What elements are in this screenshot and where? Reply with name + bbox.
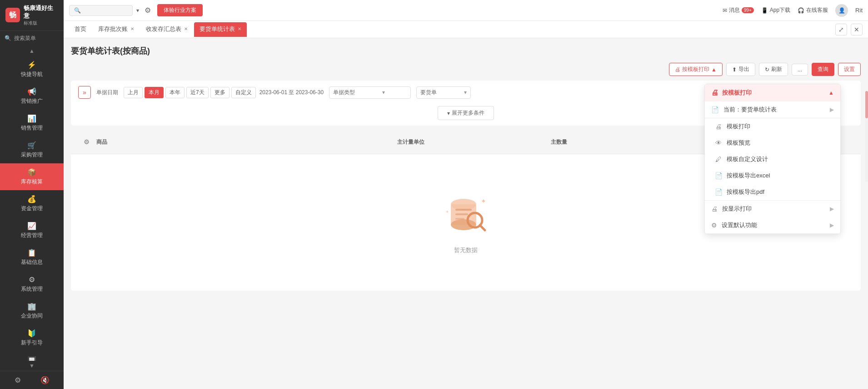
finance-icon: 💰: [27, 195, 36, 203]
tab-receipt-summary-close[interactable]: ✕: [184, 26, 188, 31]
filter-expand-btn[interactable]: »: [78, 86, 91, 99]
sidebar-item-enterprise[interactable]: 🏢 企业协同: [0, 298, 64, 324]
topbar-search-box[interactable]: 🔍: [69, 5, 133, 16]
display-print-icon: 🖨: [711, 205, 718, 212]
scroll-up-btn[interactable]: ▲: [0, 46, 64, 56]
svg-rect-5: [455, 218, 464, 220]
dropdown-header[interactable]: 🖨 按模板打印 ▲: [705, 84, 840, 101]
tab-batch-account[interactable]: 库存批次账 ✕: [93, 22, 140, 37]
tab-home[interactable]: 首页: [69, 22, 92, 37]
app-download-icon: 📱: [761, 7, 768, 14]
order-type-dropdown[interactable]: 单据类型 ▾: [329, 86, 411, 99]
date-btn-7days[interactable]: 近7天: [186, 87, 209, 98]
app-logo: 畅 畅康通好生意 标准版: [0, 0, 64, 31]
expand-more-btn[interactable]: ▾ 展开更多条件: [438, 106, 494, 120]
sidebar-item-basic-info[interactable]: 📋 基础信息: [0, 244, 64, 271]
sidebar-item-operations[interactable]: 📈 经营管理: [0, 217, 64, 244]
date-btn-this-month[interactable]: 本月: [145, 87, 164, 98]
search-menu[interactable]: 🔍 搜索菜单: [0, 31, 64, 46]
user-avatar[interactable]: 👤: [835, 4, 848, 17]
sidebar-item-label: 经营管理: [21, 232, 43, 239]
scroll-down-btn[interactable]: ▼: [0, 361, 64, 371]
messages-btn[interactable]: ✉ 消息 99+: [723, 6, 754, 14]
template-custom-icon: 🖊: [715, 156, 722, 163]
audio-footer-icon[interactable]: 🔇: [40, 376, 50, 384]
dropdown-current-item[interactable]: 📄 当前：要货单统计表 ▶: [705, 101, 840, 118]
sidebar-item-finance[interactable]: 💰 资金管理: [0, 190, 64, 217]
topbar: 🔍 ▾ ⚙ 体验行业方案 ✉ 消息 99+ 📱 App下载 🎧 在线客服 👤 R: [64, 0, 868, 21]
tab-receipt-summary[interactable]: 收发存汇总表 ✕: [140, 22, 193, 37]
sidebar-item-guide[interactable]: 🔰 新手引导: [0, 324, 64, 351]
dropdown-collapse-arrow[interactable]: ▲: [828, 90, 834, 96]
expand-more-label: 展开更多条件: [452, 109, 484, 117]
main-content: 🔍 ▾ ⚙ 体验行业方案 ✉ 消息 99+ 📱 App下载 🎧 在线客服 👤 R: [64, 0, 868, 389]
dropdown-set-default[interactable]: ⚙ 设置默认功能 ▶: [705, 217, 840, 233]
sidebar-item-sales[interactable]: 📊 销售管理: [0, 110, 64, 136]
sidebar-item-label: 企业协同: [21, 312, 43, 320]
app-download-btn[interactable]: 📱 App下载: [761, 6, 790, 14]
dropdown-item-template-preview[interactable]: 👁 模板预览: [705, 135, 840, 151]
guide-icon: 🔰: [27, 329, 36, 338]
sidebar-item-app-center[interactable]: 🔲 应用中心: [0, 351, 64, 361]
topbar-settings-icon[interactable]: ⚙: [145, 6, 151, 15]
tab-order-stats-label: 要货单统计表: [200, 25, 235, 33]
online-service-btn[interactable]: 🎧 在线客服: [798, 6, 828, 14]
date-btn-custom[interactable]: 自定义: [231, 87, 256, 98]
more-btn[interactable]: ...: [792, 64, 808, 76]
dropdown-item-template-custom[interactable]: 🖊 模板自定义设计: [705, 151, 840, 167]
date-btn-this-year[interactable]: 本年: [165, 87, 185, 98]
order-type-arrow: ▾: [382, 89, 385, 96]
settings-btn-label: 设置: [844, 66, 855, 73]
date-btn-last-month[interactable]: 上月: [124, 87, 143, 98]
th-product: 商品: [93, 136, 394, 148]
settings-footer-icon[interactable]: ⚙: [15, 376, 21, 384]
online-service-label: 在线客服: [806, 6, 828, 14]
refresh-btn[interactable]: ↻ 刷新: [759, 63, 788, 76]
page-content: 要货单统计表(按商品) 🖨 按模板打印 ▲ ⬆ 导出 ↻ 刷新 ... 查询: [64, 38, 868, 389]
right-scrollbar-thumb[interactable]: [865, 91, 868, 118]
sales-icon: 📊: [27, 114, 36, 123]
export-icon: ⬆: [732, 66, 737, 73]
trial-button[interactable]: 体验行业方案: [157, 4, 203, 16]
quick-nav-icon: ⚡: [27, 61, 36, 69]
svg-text:✦: ✦: [445, 209, 449, 214]
print-dropdown-arrow: ▲: [711, 66, 717, 73]
sidebar-item-label: 系统管理: [21, 285, 43, 293]
search-label: 搜索菜单: [14, 35, 36, 42]
sidebar-item-label: 采购管理: [21, 151, 43, 159]
dropdown-display-print[interactable]: 🖨 按显示打印 ▶: [705, 201, 840, 217]
query-btn[interactable]: 查询: [812, 63, 834, 76]
svg-rect-4: [455, 213, 468, 215]
dropdown-item-export-excel[interactable]: 📄 按模板导出excel: [705, 167, 840, 184]
sidebar-item-marketing[interactable]: 📢 营销推广: [0, 83, 64, 110]
inventory-icon: 📦: [27, 168, 36, 177]
app-center-icon: 🔲: [27, 356, 36, 361]
date-range-text: 2023-06-01 至 2023-06-30: [259, 89, 324, 96]
export-btn[interactable]: ⬆ 导出: [726, 63, 755, 76]
tab-maximize-btn[interactable]: ⤢: [835, 24, 847, 35]
tab-close-all-btn[interactable]: ✕: [851, 24, 863, 35]
dropdown-item-template-print[interactable]: 🖨 模板打印: [705, 118, 840, 135]
current-template-arrow: ▶: [830, 106, 834, 113]
sidebar-item-inventory[interactable]: 📦 库存核算: [0, 163, 64, 190]
user-name: Rit: [855, 7, 863, 14]
goods-dropdown[interactable]: 要货单 ▾: [416, 86, 471, 99]
sidebar-item-purchase[interactable]: 🛒 采购管理: [0, 136, 64, 163]
tab-order-stats[interactable]: 要货单统计表 ✕: [194, 22, 247, 37]
user-avatar-icon: 👤: [838, 7, 845, 14]
tab-batch-account-close[interactable]: ✕: [130, 26, 134, 31]
dropdown-item-export-pdf[interactable]: 📄 按模板导出pdf: [705, 184, 840, 200]
sidebar-footer: ⚙ 🔇: [0, 371, 64, 389]
topbar-dropdown-arrow[interactable]: ▾: [136, 7, 139, 14]
messages-badge: 99+: [742, 7, 754, 13]
tab-order-stats-close[interactable]: ✕: [238, 26, 241, 31]
table-column-settings-btn[interactable]: ⚙: [80, 136, 93, 148]
order-type-label: 单据类型: [333, 89, 355, 96]
settings-btn[interactable]: 设置: [838, 63, 861, 76]
sidebar: 畅 畅康通好生意 标准版 🔍 搜索菜单 ▲ ⚡ 快捷导航 📢 营销推广 📊 销售…: [0, 0, 64, 389]
sidebar-item-system[interactable]: ⚙ 系统管理: [0, 271, 64, 298]
action-bar: 🖨 按模板打印 ▲ ⬆ 导出 ↻ 刷新 ... 查询 设置: [71, 63, 861, 76]
date-btn-more[interactable]: 更多: [210, 87, 229, 98]
sidebar-item-quick-nav[interactable]: ⚡ 快捷导航: [0, 56, 64, 83]
print-template-btn[interactable]: 🖨 按模板打印 ▲: [669, 63, 723, 76]
